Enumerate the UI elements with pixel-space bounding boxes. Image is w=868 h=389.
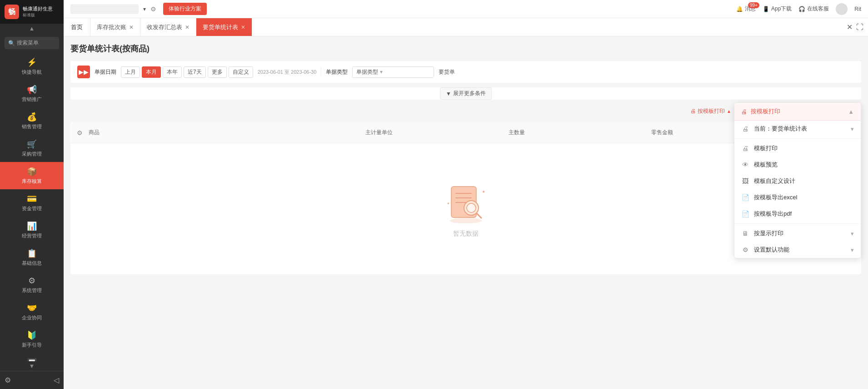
tab-collection-summary[interactable]: 收发存汇总表 ✕ <box>140 18 196 36</box>
template-preview-item[interactable]: 👁 模板预览 <box>734 157 861 173</box>
user-name: Rit <box>854 6 861 12</box>
online-service-button[interactable]: 🎧 在线客服 <box>798 5 829 13</box>
online-service-label: 在线客服 <box>807 5 829 13</box>
app-download-button[interactable]: 📱 App下载 <box>763 5 792 13</box>
settings-bottom-button[interactable]: ⚙ <box>5 376 11 384</box>
collapse-sidebar-button[interactable]: ◁ <box>54 376 59 384</box>
sidebar-item-label: 系统管理 <box>22 287 42 294</box>
app-logo: 畅 畅康通好生意 标准版 <box>0 0 64 24</box>
print-dropdown-close-icon[interactable]: ▲ <box>848 108 854 115</box>
sidebar-item-operation[interactable]: 📊 经营管理 <box>0 217 64 244</box>
tab-order-stats[interactable]: 要货单统计表 ✕ <box>196 18 252 36</box>
export-excel-label: 按模板导出excel <box>754 193 797 202</box>
date-btn-last-month[interactable]: 上月 <box>121 66 140 78</box>
empty-illustration: ✦ ✦ <box>439 180 493 225</box>
sidebar-item-basic[interactable]: 📋 基础信息 <box>0 244 64 271</box>
export-pdf-icon: 📄 <box>741 210 749 217</box>
date-btn-this-month[interactable]: 本月 <box>142 66 161 78</box>
sidebar-nav: ⚡ 快捷导航 📢 营销推广 💰 销售管理 🛒 采购管理 📦 库存核算 💳 资金管… <box>0 53 64 361</box>
trial-industry-button[interactable]: 体验行业方案 <box>163 3 207 15</box>
date-btn-7days[interactable]: 近7天 <box>184 66 206 78</box>
topbar-gear-icon[interactable]: ⚙ <box>150 5 156 13</box>
logo-icon: 畅 <box>5 5 19 19</box>
template-design-item[interactable]: 🖼 模板自定义设计 <box>734 173 861 189</box>
date-btn-this-year[interactable]: 本年 <box>163 66 182 78</box>
sidebar-item-cooperation[interactable]: 🤝 企业协同 <box>0 298 64 326</box>
sidebar-item-sales[interactable]: 💰 销售管理 <box>0 107 64 135</box>
sidebar-item-label: 经营管理 <box>22 232 42 239</box>
export-pdf-item[interactable]: 📄 按模板导出pdf <box>734 206 861 222</box>
template-print-item[interactable]: 🖨 模板打印 <box>734 140 861 157</box>
sidebar-item-quick-nav[interactable]: ⚡ 快捷导航 <box>0 53 64 80</box>
sidebar-item-label: 新手引导 <box>22 342 42 349</box>
sidebar-item-newbie[interactable]: 🔰 新手引导 <box>0 326 64 353</box>
export-excel-item[interactable]: 📄 按模板导出excel <box>734 189 861 206</box>
date-btn-more[interactable]: 更多 <box>208 66 227 78</box>
print-dropdown-header: 🖨 按模板打印 ▲ <box>734 103 861 121</box>
sidebar-item-inventory[interactable]: 📦 库存核算 <box>0 162 64 189</box>
cooperation-icon: 🤝 <box>27 303 37 313</box>
app-badge: 标准版 <box>23 12 53 18</box>
date-btn-custom[interactable]: 自定义 <box>229 66 253 78</box>
sidebar-item-label: 营销推广 <box>22 96 42 103</box>
sidebar-item-marketing[interactable]: 📢 营销推广 <box>0 80 64 107</box>
messages-icon: 🔔 <box>736 6 743 12</box>
display-print-label: 按显示打印 <box>754 229 783 237</box>
tab-order-stats-close[interactable]: ✕ <box>241 24 245 30</box>
sidebar-scroll-up[interactable]: ▲ <box>0 24 64 33</box>
app-download-label: App下载 <box>771 5 792 13</box>
topbar-search-input[interactable] <box>70 4 139 14</box>
display-print-arrow-icon: ▾ <box>851 230 854 237</box>
expand-tab-button[interactable]: ⛶ <box>856 23 863 31</box>
template-design-icon: 🖼 <box>741 177 749 185</box>
filter-bar: ▶▶ 单据日期 上月 本月 本年 近7天 更多 自定义 2023-06-01 至… <box>70 61 861 83</box>
display-print-item[interactable]: 🖥 按显示打印 ▾ <box>734 225 861 242</box>
filter-divider-1 <box>321 67 321 76</box>
main-area: ▾ ⚙ 体验行业方案 🔔 消息 99+ 📱 App下载 🎧 在线客服 Rit 首… <box>64 0 868 389</box>
online-service-icon: 🎧 <box>798 6 805 12</box>
sidebar-item-system[interactable]: ⚙ 系统管理 <box>0 271 64 298</box>
set-default-arrow-icon: ▾ <box>851 247 854 253</box>
set-default-item[interactable]: ⚙ 设置默认功能 ▾ <box>734 242 861 258</box>
sidebar-item-finance[interactable]: 💳 资金管理 <box>0 189 64 217</box>
sidebar-item-label: 库存核算 <box>22 178 42 185</box>
system-icon: ⚙ <box>28 276 35 286</box>
expand-more-conditions-button[interactable]: ▼ 展开更多条件 <box>440 87 492 100</box>
print-divider-1 <box>734 138 861 139</box>
search-menu-button[interactable]: 🔍 搜索菜单 <box>5 37 59 49</box>
print-current-item[interactable]: 🖨 当前：要货单统计表 ▾ <box>734 121 861 137</box>
topbar-dropdown[interactable]: ▾ <box>143 6 146 12</box>
tab-home[interactable]: 首页 <box>64 18 90 36</box>
app-name-block: 畅康通好生意 标准版 <box>23 5 53 18</box>
sidebar-item-purchase[interactable]: 🛒 采购管理 <box>0 135 64 162</box>
sidebar-item-appstore[interactable]: 🔲 应用中心 <box>0 353 64 361</box>
print-dropdown-title-icon: 🖨 <box>741 108 747 115</box>
sidebar-scroll-down[interactable]: ▼ <box>0 361 64 371</box>
tab-batch-account-close[interactable]: ✕ <box>129 24 134 30</box>
close-tab-button[interactable]: ✕ <box>847 23 853 31</box>
app-download-icon: 📱 <box>763 6 769 12</box>
table-settings-icon[interactable]: ⚙ <box>75 128 84 137</box>
topbar: ▾ ⚙ 体验行业方案 🔔 消息 99+ 📱 App下载 🎧 在线客服 Rit <box>64 0 868 18</box>
type-filter-select[interactable]: 单据类型 ▾ <box>352 66 434 78</box>
type-filter-label: 单据类型 <box>326 68 348 76</box>
print-divider-2 <box>734 223 861 224</box>
empty-text: 暂无数据 <box>453 230 479 238</box>
tab-collection-summary-close[interactable]: ✕ <box>185 24 190 30</box>
messages-button[interactable]: 🔔 消息 99+ <box>736 5 756 13</box>
print-template-button[interactable]: 🖨 按模板打印 ▲ <box>690 107 731 115</box>
tab-batch-account[interactable]: 库存批次账 ✕ <box>90 18 140 36</box>
current-print-arrow-icon: ▾ <box>851 126 854 132</box>
topbar-dropdown-label: ▾ <box>143 6 146 12</box>
display-print-icon: 🖥 <box>741 230 749 237</box>
messages-badge: 99+ <box>748 2 759 8</box>
set-default-left: ⚙ 设置默认功能 <box>741 246 789 254</box>
quick-nav-icon: ⚡ <box>27 57 37 67</box>
app-name: 畅康通好生意 <box>23 5 53 12</box>
template-print-icon: 🖨 <box>741 145 749 152</box>
print-template-label: 按模板打印 <box>698 107 725 115</box>
marketing-icon: 📢 <box>27 85 37 95</box>
filter-expand-button[interactable]: ▶▶ <box>77 66 90 78</box>
sidebar-search-area: 🔍 搜索菜单 <box>0 33 64 53</box>
search-menu-label: 搜索菜单 <box>17 39 39 47</box>
